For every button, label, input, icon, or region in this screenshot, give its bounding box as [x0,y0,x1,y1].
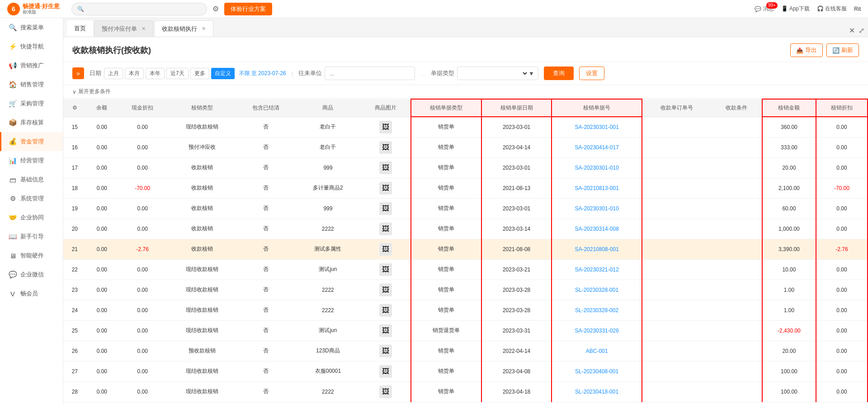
search-icon: 🔍 [9,24,17,32]
cell-include-settled: 否 [236,137,296,157]
cell-writeoff-voucher-type: 销货单 [411,157,481,178]
cell-writeoff-discount: 0.00 [816,137,868,157]
cell-goods-img: 🖼 [360,361,411,381]
sidebar-item-inventory[interactable]: 📦库存核算 [0,113,63,132]
cell-writeoff-no[interactable]: SA-20230301-010 [552,157,642,178]
date-this-month[interactable]: 本月 [125,68,144,79]
tab-prepaid-close[interactable]: ✕ [142,26,146,32]
voucher-type-select[interactable] [461,70,528,77]
settings-gear-button[interactable]: ⚙ [212,5,219,13]
page-title: 收款核销执行(按收款) [72,45,151,56]
cell-writeoff-no[interactable]: SL-20230408-001 [552,361,642,381]
cell-writeoff-no[interactable]: SA-20230301-001 [552,117,642,137]
sidebar-item-wechat[interactable]: 💬企业微信 [0,265,63,284]
table-row: 16 0.00 0.00 预付冲应收 否 老白干 🖼 销货单 2023-04-1… [63,137,868,157]
export-button[interactable]: 📤 导出 [790,43,823,57]
tab-expand-button[interactable]: ⤢ [859,26,864,35]
industry-solution-button[interactable]: 体验行业方案 [224,3,272,15]
date-last-month[interactable]: 上月 [104,68,123,79]
cell-writeoff-type: 现结收款核销 [168,280,236,300]
voucher-type-select-wrapper[interactable]: ▼ [457,67,538,80]
user-name[interactable]: Rit [854,6,861,12]
setting-button[interactable]: 设置 [579,67,604,80]
brand-sub: 标准版 [23,10,60,15]
cell-include-settled: 否 [236,198,296,219]
cell-writeoff-no[interactable]: SL-20230328-002 [552,300,642,320]
sidebar-item-search[interactable]: 🔍搜索菜单 [0,18,63,37]
expand-more-bar[interactable]: ∨ 展开更多条件 [63,85,868,99]
cell-writeoff-no[interactable]: SA-20210813-001 [552,178,642,198]
cell-balance: 0.00 [86,381,118,402]
cell-cash-discount: 0.00 [118,137,168,157]
sidebar-item-member[interactable]: V畅会员 [0,284,63,303]
table-row: 27 0.00 0.00 现结收款核销 否 衣服00001 🖼 销货单 2023… [63,361,868,381]
cell-writeoff-no[interactable]: SA-20230331-026 [552,320,642,341]
date-more[interactable]: 更多 [190,68,209,79]
message-button[interactable]: 💬 消息 99+ [755,5,774,13]
main-area: 首页 预付冲应付单 ✕ 收款核销执行 ✕ ✕ ⤢ 收款核销执行(按收款) [63,18,868,404]
cell-balance: 0.00 [86,117,118,137]
sidebar-label-collab: 企业协同 [20,214,44,222]
cell-writeoff-no[interactable]: SA-20230314-008 [552,219,642,239]
date-this-year[interactable]: 本年 [146,68,165,79]
cell-writeoff-date: 2023-04-18 [481,381,552,402]
cell-writeoff-no[interactable]: SA-20230321-012 [552,259,642,280]
date-7days[interactable]: 近7天 [166,68,189,79]
tab-prepaid[interactable]: 预付冲应付单 ✕ [94,20,153,37]
sidebar-item-purchase[interactable]: 🛒采购管理 [0,94,63,113]
cell-goods-img: 🖼 [360,259,411,280]
sidebar-item-marketing[interactable]: 📢营销推广 [0,56,63,75]
sidebar-item-hardware[interactable]: 🖥智能硬件 [0,246,63,265]
sidebar-label-purchase: 采购管理 [20,100,44,108]
marketing-icon: 📢 [9,62,17,70]
cell-writeoff-voucher-type: 销货单 [411,137,481,157]
th-writeoff-date: 核销单据日期 [481,99,552,117]
filter-toggle-button[interactable]: » [72,67,84,79]
cell-writeoff-voucher-type: 销货单 [411,198,481,219]
query-button[interactable]: 查询 [544,67,574,80]
sidebar: 🔍搜索菜单⚡快捷导航📢营销推广🏠销售管理🛒采购管理📦库存核算💰资金管理📊经营管理… [0,18,63,404]
cell-writeoff-no[interactable]: SL-20230328-001 [552,280,642,300]
sidebar-item-guide[interactable]: 📖新手引导 [0,227,63,246]
refresh-button[interactable]: 🔄 刷新 [826,43,859,57]
partner-input[interactable] [325,67,415,80]
partner-filter: 往来单位 [298,67,415,80]
cell-writeoff-no[interactable]: SL-20230418-001 [552,381,642,402]
cell-goods-img: 🖼 [360,178,411,198]
sidebar-label-hardware: 智能硬件 [20,252,44,260]
tab-home[interactable]: 首页 [67,20,93,37]
cell-goods: 测试jun [296,259,360,280]
top-bar: 6 畅捷通·好生意 标准版 🔍 ⚙ 体验行业方案 💬 消息 99+ 📱 App下… [0,0,868,18]
sidebar-item-basic[interactable]: 🗃基础信息 [0,170,63,189]
cell-receipt-condition [712,280,762,300]
cell-writeoff-voucher-type: 销货单 [411,341,481,361]
sidebar-label-operation: 经营管理 [20,157,44,165]
page-header-actions: 📤 导出 🔄 刷新 [790,43,859,57]
cell-include-settled: 否 [236,117,296,137]
cell-no: 19 [63,198,86,219]
sidebar-item-sales[interactable]: 🏠销售管理 [0,75,63,94]
date-custom-button[interactable]: 自定义 [211,68,235,79]
cell-writeoff-no[interactable]: ABC-001 [552,341,642,361]
cell-goods: 多计量商品2 [296,178,360,198]
cell-writeoff-no[interactable]: SA-20230414-017 [552,137,642,157]
cell-writeoff-no[interactable]: SA-20210808-001 [552,239,642,259]
sidebar-item-system[interactable]: ⚙系统管理 [0,189,63,208]
app-download-link[interactable]: 📱 App下载 [781,5,810,13]
th-balance: 余额 [86,99,118,117]
search-box[interactable]: 🔍 [71,3,207,15]
sidebar-item-collab[interactable]: 🤝企业协同 [0,208,63,227]
tab-writeoff[interactable]: 收款核销执行 ✕ [154,20,213,37]
cell-writeoff-date: 2023-03-01 [481,117,552,137]
sidebar-item-finance[interactable]: 💰资金管理 [0,132,63,151]
cell-writeoff-type: 预付冲应收 [168,137,236,157]
th-settings[interactable]: ⚙ [63,99,86,117]
sidebar-item-quick[interactable]: ⚡快捷导航 [0,37,63,56]
tab-close-all-button[interactable]: ✕ [849,26,855,35]
cell-writeoff-voucher-type: 销货单 [411,239,481,259]
online-service-link[interactable]: 🎧 在线客服 [817,5,847,13]
sidebar-item-operation[interactable]: 📊经营管理 [0,151,63,170]
cell-writeoff-date: 2023-03-14 [481,219,552,239]
cell-writeoff-no[interactable]: SA-20230301-010 [552,198,642,219]
tab-writeoff-close[interactable]: ✕ [202,26,206,32]
